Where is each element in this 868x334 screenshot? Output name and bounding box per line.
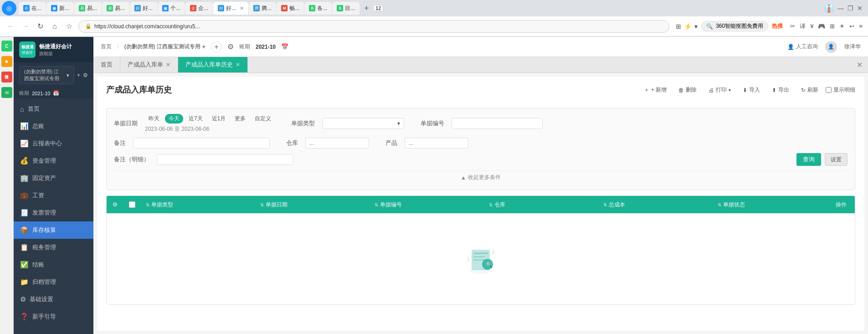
table-header-warehouse[interactable]: ⇅ 仓库 [484, 201, 599, 209]
extensions-icon[interactable]: ⊞ [676, 23, 681, 30]
company-selector[interactable]: (勿删勿禁用) 江西服宝测试专用 ▾ [19, 66, 74, 84]
export-button[interactable]: ⬆ 导出 [767, 84, 794, 96]
date-tab-more[interactable]: 更多 [231, 114, 249, 123]
sidebar-item-fund[interactable]: 💰 资金管理 [14, 152, 93, 170]
game-icon[interactable]: 🎮 [818, 23, 825, 30]
tab-12[interactable]: S 目... [332, 2, 360, 15]
tab-10[interactable]: M 畅... [277, 2, 304, 15]
sun-icon[interactable]: ☀ [839, 23, 845, 30]
icon-sidebar-mail[interactable]: ✉ [1, 87, 12, 98]
sidebar-item-tax[interactable]: 📋 税务管理 [14, 239, 93, 256]
table-header-settings[interactable]: ⚙ [107, 201, 123, 208]
tab-5[interactable]: 好 好... [130, 2, 157, 15]
date-tab-7days[interactable]: 近7天 [185, 114, 206, 123]
tab-8-close-icon[interactable]: ✕ [240, 5, 244, 11]
num-filter-input[interactable] [452, 118, 543, 129]
table-header-num[interactable]: ⇅ 单据编号 [370, 201, 484, 209]
translate-icon[interactable]: 译 [800, 22, 806, 31]
tab-11[interactable]: 各 各... [304, 2, 332, 15]
table-header-cost[interactable]: ⇅ 总成本 [599, 201, 713, 209]
icon-sidebar-chanjet[interactable]: C [1, 41, 12, 51]
user-avatar[interactable]: 👤 [825, 41, 837, 53]
sidebar-item-inventory[interactable]: 📦 库存核算 [14, 221, 93, 239]
tab-area-close-icon[interactable]: ✕ [857, 61, 863, 69]
page-tab-product-in-close-icon[interactable]: ✕ [166, 62, 170, 68]
tab-3[interactable]: 易 易... [74, 2, 102, 15]
new-tab-button[interactable]: + [360, 2, 373, 15]
undo-icon[interactable]: ↩ [849, 23, 854, 30]
date-tab-1month[interactable]: 近1月 [208, 114, 230, 123]
icon-sidebar-star[interactable]: ★ [1, 56, 12, 67]
product-filter-select[interactable]: ... [405, 138, 468, 149]
sidebar-item-home[interactable]: ⌂ 首页 [14, 100, 93, 118]
table-settings-gear-icon[interactable]: ⚙ [113, 201, 118, 208]
tab-6[interactable]: ▣ 个... [158, 2, 185, 15]
tab-2[interactable]: ▣ 新... [46, 2, 74, 15]
remark-filter-input[interactable] [133, 138, 270, 149]
minimize-button[interactable]: — [837, 5, 844, 12]
filter-settings-button[interactable]: 设置 [825, 153, 847, 166]
forward-button[interactable]: → [20, 21, 31, 32]
tab-9[interactable]: 腾 腾... [249, 2, 276, 15]
tab-4[interactable]: 易 易... [102, 2, 129, 15]
grid-icon[interactable]: ⊞ [830, 23, 835, 30]
table-check-all-input[interactable] [129, 201, 135, 208]
detail-remark-input[interactable] [157, 154, 293, 165]
print-button[interactable]: 🖨 打印 ▾ [704, 84, 735, 96]
hot-search-label[interactable]: 热搜 [772, 22, 783, 30]
table-header-date[interactable]: ⇅ 单据日期 [256, 201, 370, 209]
tab-7[interactable]: 企 企... [185, 2, 213, 15]
sidebar-item-invoice[interactable]: 🧾 发票管理 [14, 204, 93, 221]
sidebar-item-guide[interactable]: ❓ 新手引导 [14, 308, 93, 325]
more-icon[interactable]: ≡ [859, 23, 863, 30]
address-input[interactable]: 🔒 https://cloud.chanjet.com/accounting/u… [78, 20, 669, 33]
scissors-icon[interactable]: ✂ [790, 23, 795, 30]
page-tab-home[interactable]: 首页 [93, 57, 120, 72]
sidebar-item-salary[interactable]: 💼 工资 [14, 187, 93, 204]
table-header-status[interactable]: ⇅ 单据状态 [713, 201, 827, 209]
show-columns-input[interactable] [826, 87, 832, 93]
collapse-more-button[interactable]: ▲ 收起更多条件 [114, 170, 847, 184]
date-tab-today[interactable]: 今天 [165, 114, 183, 123]
lightning-icon[interactable]: ⚡ [684, 23, 692, 30]
page-tab-history-close-icon[interactable]: ✕ [236, 62, 240, 68]
topbar-calendar-icon[interactable]: 📅 [281, 43, 288, 50]
date-tab-yesterday[interactable]: 昨天 [145, 114, 163, 123]
sidebar-item-settings[interactable]: ⚙ 基础设置 [14, 291, 93, 308]
home-button[interactable]: ⌂ [49, 21, 60, 32]
table-header-type[interactable]: ⇅ 单据类型 [141, 201, 256, 209]
sidebar-settings-icon[interactable]: ⚙ [83, 72, 88, 78]
page-tab-product-in[interactable]: 产成品入库单 ✕ [120, 57, 178, 72]
sidebar-item-archive[interactable]: 📁 归档管理 [14, 273, 93, 291]
table-header-check[interactable] [123, 201, 141, 208]
user-service-button[interactable]: 👤 人工咨询 [787, 43, 818, 51]
query-button[interactable]: 查询 [796, 153, 821, 166]
page-tab-history[interactable]: 产成品入库单历史 ✕ [178, 57, 248, 72]
tab-1[interactable]: 在 在... [19, 2, 46, 15]
sidebar-add-button[interactable]: + [77, 72, 80, 78]
tab-8[interactable]: 好 好... ✕ [213, 2, 248, 15]
topbar-settings-icon[interactable]: ⚙ [227, 42, 234, 51]
icon-sidebar-weibo[interactable]: 微 [1, 72, 12, 82]
refresh-button[interactable]: ↻ 刷新 [796, 84, 823, 96]
refresh-browser-button[interactable]: ↻ [35, 21, 46, 32]
topbar-add-button[interactable]: + [211, 41, 222, 52]
delete-button[interactable]: 🗑 删除 [674, 84, 701, 96]
date-tab-custom[interactable]: 自定义 [251, 114, 275, 123]
sidebar-item-asset[interactable]: 🏢 固定资产 [14, 170, 93, 187]
topbar-company-selector[interactable]: (勿删勿禁用) 江西服宝测试专用 ▾ [124, 43, 205, 51]
show-columns-checkbox[interactable]: 显示明细 [826, 86, 855, 94]
currency-icon[interactable]: ¥ [810, 23, 813, 30]
close-window-button[interactable]: ✕ [857, 5, 863, 12]
maximize-button[interactable]: ❐ [847, 5, 853, 12]
sidebar-item-report[interactable]: 📈 云报表中心 [14, 135, 93, 152]
dropdown-arrow-icon[interactable]: ▾ [694, 23, 698, 30]
warehouse-filter-select[interactable]: ... [305, 138, 369, 149]
add-button[interactable]: ＋ + 新增 [639, 84, 671, 96]
type-filter-select[interactable]: ▾ [322, 118, 404, 129]
sidebar-item-ledger[interactable]: 📊 总账 [14, 118, 93, 135]
import-button[interactable]: ⬇ 导入 [738, 84, 765, 96]
sidebar-item-close-account[interactable]: ✅ 结账 [14, 256, 93, 273]
back-button[interactable]: ← [5, 21, 16, 32]
search-bar[interactable]: 🔍 360智能抠图免费用 [701, 21, 768, 31]
